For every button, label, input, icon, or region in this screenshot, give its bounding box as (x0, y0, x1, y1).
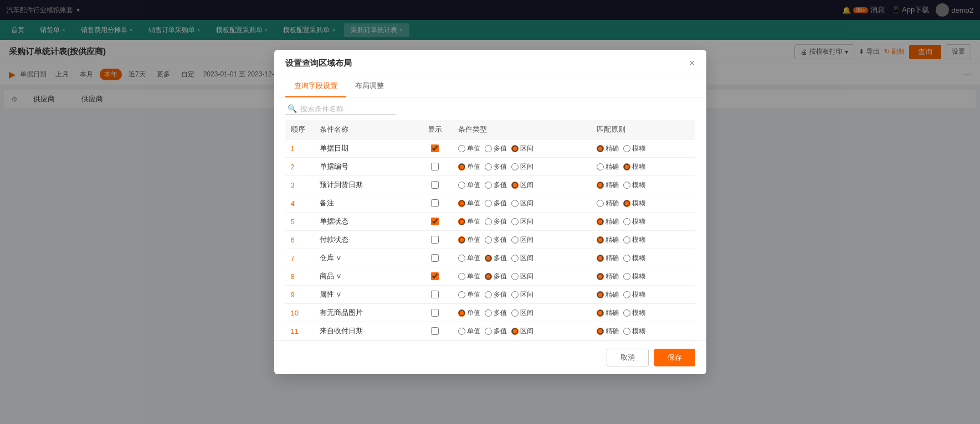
display-checkbox[interactable] (431, 218, 439, 225)
row-display (418, 249, 453, 267)
row-type: 单值多值区间 (453, 304, 591, 307)
type-radio-type_multi[interactable]: 多值 (485, 199, 507, 208)
match-radio-match_exact[interactable]: 精确 (597, 290, 619, 299)
type-radio-type_single[interactable]: 单值 (458, 272, 480, 281)
modal-close-button[interactable]: × (689, 58, 695, 69)
match-radio-match_fuzzy[interactable]: 模糊 (623, 217, 645, 226)
type-radio-type_multi[interactable]: 多值 (485, 235, 507, 245)
match-radio-match_fuzzy[interactable]: 模糊 (623, 180, 645, 190)
type-radio-type_single[interactable]: 单值 (458, 162, 480, 172)
type-radio-type_range[interactable]: 区间 (511, 272, 533, 281)
modal-search-area: 🔍 (274, 97, 706, 120)
row-display (418, 267, 453, 286)
table-head-row: 顺序 条件名称 显示 条件类型 匹配原则 (285, 120, 695, 139)
type-radio-type_single[interactable]: 单值 (458, 180, 480, 190)
display-checkbox[interactable] (431, 272, 439, 280)
row-type: 单值多值区间 (453, 213, 591, 231)
row-name: 付款状态 (314, 231, 418, 249)
table-row: 8商品 ∨单值多值区间精确模糊 (285, 267, 695, 286)
display-checkbox[interactable] (431, 163, 439, 170)
type-radio-type_single[interactable]: 单值 (458, 217, 480, 226)
table-row: 1单据日期单值多值区间精确模糊 (285, 139, 695, 158)
type-radio-type_range[interactable]: 区间 (511, 217, 533, 226)
row-name: 商品 ∨ (314, 267, 418, 286)
type-radio-type_range[interactable]: 区间 (511, 290, 533, 299)
row-order: 8 (285, 267, 314, 286)
modal-header: 设置查询区域布局 × (274, 50, 706, 75)
match-radio-match_fuzzy[interactable]: 模糊 (623, 162, 645, 172)
table-row: 6付款状态单值多值区间精确模糊 (285, 231, 695, 249)
th-order: 顺序 (285, 120, 314, 139)
type-radio-type_multi[interactable]: 多值 (485, 217, 507, 226)
display-checkbox[interactable] (431, 199, 439, 207)
search-input[interactable] (300, 105, 389, 113)
type-radio-type_single[interactable]: 单值 (458, 199, 480, 208)
row-match: 精确模糊 (591, 176, 695, 194)
row-order: 4 (285, 194, 314, 213)
row-name: 单据状态 (314, 213, 418, 231)
type-radio-type_multi[interactable]: 多值 (485, 272, 507, 281)
table-row: 10有无商品图片单值多值区间精确模糊 (285, 304, 695, 307)
match-radio-match_exact[interactable]: 精确 (597, 199, 619, 208)
match-radio-match_exact[interactable]: 精确 (597, 272, 619, 281)
match-radio-match_exact[interactable]: 精确 (597, 180, 619, 190)
table-row: 7仓库 ∨单值多值区间精确模糊 (285, 249, 695, 267)
match-radio-match_exact[interactable]: 精确 (597, 162, 619, 172)
table-row: 4备注单值多值区间精确模糊 (285, 194, 695, 213)
type-radio-type_multi[interactable]: 多值 (485, 254, 507, 263)
type-radio-type_multi[interactable]: 多值 (485, 162, 507, 172)
display-checkbox[interactable] (431, 181, 439, 189)
row-display (418, 213, 453, 231)
type-radio-type_range[interactable]: 区间 (511, 235, 533, 245)
row-match: 精确模糊 (591, 158, 695, 176)
row-match: 精确模糊 (591, 286, 695, 304)
match-radio-match_exact[interactable]: 精确 (597, 144, 619, 153)
type-radio-type_range[interactable]: 区间 (511, 162, 533, 172)
th-match: 匹配原则 (591, 120, 695, 139)
type-radio-type_single[interactable]: 单值 (458, 254, 480, 263)
type-radio-type_range[interactable]: 区间 (511, 199, 533, 208)
match-radio-match_fuzzy[interactable]: 模糊 (623, 144, 645, 153)
row-type: 单值多值区间 (453, 139, 591, 158)
row-name: 有无商品图片 (314, 304, 418, 307)
modal-title: 设置查询区域布局 (285, 58, 352, 69)
row-type: 单值多值区间 (453, 231, 591, 249)
row-order: 9 (285, 286, 314, 304)
type-radio-type_range[interactable]: 区间 (511, 254, 533, 263)
type-radio-type_single[interactable]: 单值 (458, 290, 480, 299)
row-match: 精确模糊 (591, 194, 695, 213)
display-checkbox[interactable] (431, 144, 439, 152)
type-radio-type_range[interactable]: 区间 (511, 144, 533, 153)
table-row: 3预计到货日期单值多值区间精确模糊 (285, 176, 695, 194)
type-radio-type_multi[interactable]: 多值 (485, 180, 507, 190)
match-radio-match_fuzzy[interactable]: 模糊 (623, 290, 645, 299)
table-row: 2单据编号单值多值区间精确模糊 (285, 158, 695, 176)
th-name: 条件名称 (314, 120, 418, 139)
match-radio-match_fuzzy[interactable]: 模糊 (623, 272, 645, 281)
match-radio-match_exact[interactable]: 精确 (597, 235, 619, 245)
type-radio-type_single[interactable]: 单值 (458, 235, 480, 245)
type-radio-type_range[interactable]: 区间 (511, 180, 533, 190)
row-match: 精确模糊 (591, 231, 695, 249)
modal-tab-query-fields[interactable]: 查询字段设置 (285, 75, 346, 97)
row-type: 单值多值区间 (453, 286, 591, 304)
display-checkbox[interactable] (431, 254, 439, 262)
row-display (418, 231, 453, 249)
table-row: 9属性 ∨单值多值区间精确模糊 (285, 286, 695, 304)
row-match: 精确模糊 (591, 213, 695, 231)
type-radio-type_single[interactable]: 单值 (458, 144, 480, 153)
display-checkbox[interactable] (431, 291, 439, 298)
row-order: 5 (285, 213, 314, 231)
row-order: 1 (285, 139, 314, 158)
match-radio-match_exact[interactable]: 精确 (597, 254, 619, 263)
settings-modal: 设置查询区域布局 × 查询字段设置 布局调整 🔍 顺序 (274, 50, 706, 307)
match-radio-match_fuzzy[interactable]: 模糊 (623, 254, 645, 263)
type-radio-type_multi[interactable]: 多值 (485, 144, 507, 153)
display-checkbox[interactable] (431, 236, 439, 244)
match-radio-match_fuzzy[interactable]: 模糊 (623, 199, 645, 208)
type-radio-type_multi[interactable]: 多值 (485, 290, 507, 299)
match-radio-match_exact[interactable]: 精确 (597, 217, 619, 226)
modal-tab-layout[interactable]: 布局调整 (346, 75, 393, 97)
match-radio-match_fuzzy[interactable]: 模糊 (623, 235, 645, 245)
row-match: 精确模糊 (591, 267, 695, 286)
